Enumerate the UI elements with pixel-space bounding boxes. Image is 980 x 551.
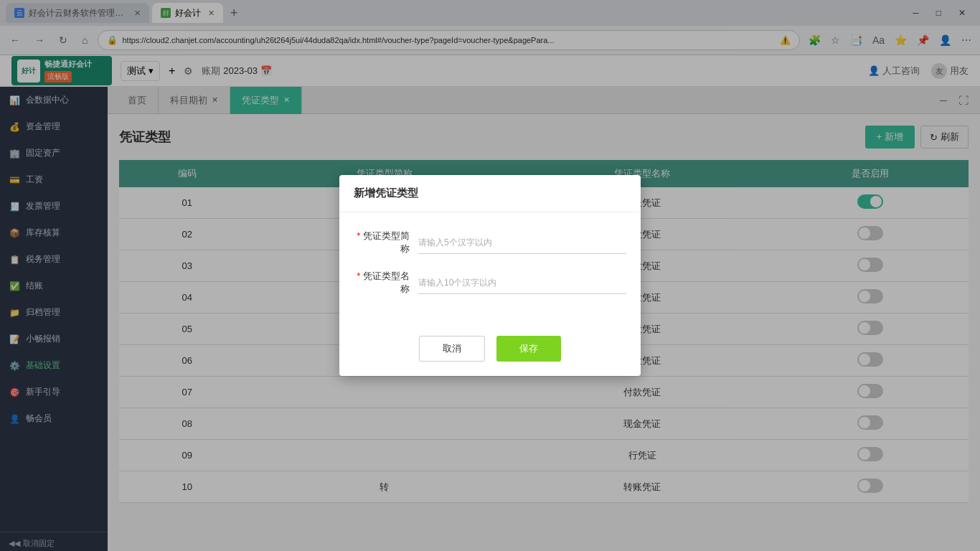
abbr-label: 凭证类型简称 xyxy=(354,230,418,255)
abbr-input[interactable] xyxy=(418,231,626,254)
modal-header: 新增凭证类型 xyxy=(339,175,641,212)
modal-add-voucher-type: 新增凭证类型 凭证类型简称 凭证类型名称 取消 保存 xyxy=(339,175,641,376)
modal-body: 凭证类型简称 凭证类型名称 xyxy=(339,212,641,327)
name-input[interactable] xyxy=(418,271,626,294)
save-button[interactable]: 保存 xyxy=(496,336,561,362)
name-label: 凭证类型名称 xyxy=(354,270,418,296)
cancel-button[interactable]: 取消 xyxy=(419,336,485,362)
modal-title: 新增凭证类型 xyxy=(354,187,418,199)
modal-overlay: 新增凭证类型 凭证类型简称 凭证类型名称 取消 保存 xyxy=(0,0,980,551)
form-row-abbr: 凭证类型简称 xyxy=(354,230,626,255)
modal-footer: 取消 保存 xyxy=(339,327,641,376)
form-row-name: 凭证类型名称 xyxy=(354,270,626,296)
